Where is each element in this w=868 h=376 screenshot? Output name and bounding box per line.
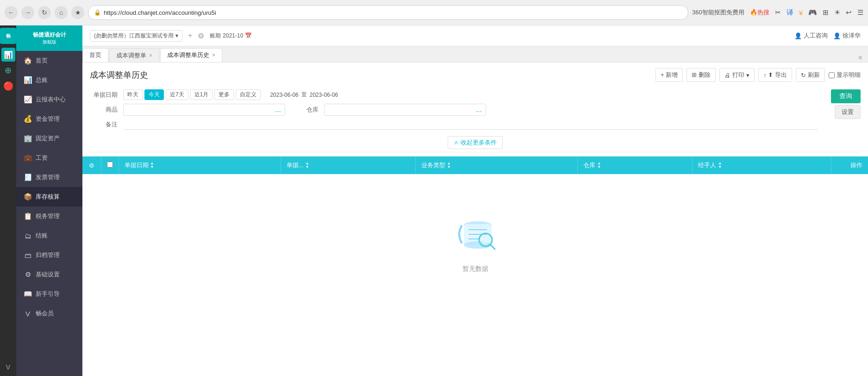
sidebar-item-settings[interactable]: ⚙基础设置 [16,265,82,284]
date-btn-yesterday[interactable]: 昨天 [123,89,143,100]
sidebar-item-guide[interactable]: 📖新手引导 [16,284,82,304]
tab-cost-adjust-history-close[interactable]: × [212,52,215,58]
sidebar-label-payroll: 工资 [36,154,48,162]
th-date[interactable]: 单据日期▲▼ [119,157,281,174]
back-button[interactable]: ← [5,6,18,19]
menu-icon[interactable]: ☰ [857,8,863,17]
sort-icon-handler[interactable]: ▲▼ [718,162,722,169]
user-service[interactable]: 👤 人工咨询 [794,31,828,40]
settings-col-icon[interactable]: ⚙ [89,162,94,169]
reload-button[interactable]: ↻ [38,6,51,19]
refresh-btn[interactable]: ↻ 刷新 [796,68,825,82]
date-btn-7days[interactable]: 近7天 [166,89,188,100]
sidebar-item-funds[interactable]: 💰资金管理 [16,109,82,129]
tab-cost-adjust[interactable]: 成本调整单 × [109,48,159,62]
sidebar-item-member[interactable]: V畅会员 [16,304,82,323]
sort-icon-date[interactable]: ▲▼ [150,162,154,169]
new-btn[interactable]: + 新增 [656,68,683,82]
notes-input[interactable] [123,119,818,130]
sidebar-item-closing[interactable]: 🗂结账 [16,226,82,245]
tab-cost-adjust-close[interactable]: × [149,52,152,59]
sidebar-item-reports[interactable]: 📈云报表中心 [16,90,82,109]
user-name[interactable]: 👤 徐泽华 [833,31,861,40]
sidebar-label-reports: 云报表中心 [36,95,66,104]
rail-icon-active[interactable]: 📊 [1,48,15,62]
th-checkbox [101,157,119,174]
date-btn-1month[interactable]: 近1月 [190,89,213,100]
sidebar-item-payroll[interactable]: 💼工资 [16,148,82,168]
th-number[interactable]: 单据...▲▼ [281,157,415,174]
sidebar-label-ledger: 总账 [36,76,48,84]
undo-icon[interactable]: ↩ [846,8,852,17]
home-button[interactable]: ⌂ [55,6,68,19]
delete-btn[interactable]: ⊞ 删除 [687,68,716,82]
top-bar: (勿删勿禁用）江西服宝测试专用 ▾ + ⚙ 账期 2021-10 📅 👤 人工咨… [82,25,868,46]
search-label: 360智能抠图免费用 [692,8,744,17]
star-button[interactable]: ★ [71,6,84,19]
th-biz_type[interactable]: 业务类型▲▼ [415,157,577,174]
display-detail-toggle[interactable]: 显示明细 [829,71,861,79]
collapse-btn[interactable]: ∧ 收起更多条件 [448,136,503,149]
calendar-icon[interactable]: 📅 [245,32,252,39]
warehouse-select[interactable]: ... [324,104,486,116]
tab-home[interactable]: 首页 [82,48,108,62]
sort-icon-number[interactable]: ▲▼ [306,162,309,169]
date-btn-more[interactable]: 更多 [214,89,234,100]
close-window-btn[interactable]: × [853,54,868,62]
tab-cost-adjust-history[interactable]: 成本调整单历史 × [160,48,222,62]
select-all-checkbox[interactable] [107,162,113,168]
rail-icon-4[interactable]: V [1,360,15,374]
scissors-icon[interactable]: ✂ [775,8,781,17]
date-btn-custom[interactable]: 自定义 [236,89,261,100]
warehouse-more-dots[interactable]: ... [476,106,482,114]
filter-row-notes: 备注 [90,119,818,130]
setting-btn[interactable]: 设置 [835,105,861,119]
translate-icon[interactable]: 译 [787,8,793,17]
export-btn[interactable]: ↑ ⬆ 导出 [758,68,792,82]
th-handler[interactable]: 经手人▲▼ [693,157,831,174]
rail-icon-3[interactable]: 🔴 [1,79,15,93]
sort-icon-warehouse[interactable]: ▲▼ [597,162,601,169]
th-settings: ⚙ [82,157,101,174]
grid-icon[interactable]: ⊞ [823,8,829,17]
hot-label: 🔥热搜 [750,8,769,17]
query-btn[interactable]: 查询 [831,89,861,103]
add-tab-icon[interactable]: + [188,31,192,40]
print-icon: 🖨 [724,72,731,79]
date-to: 2023-06-06 [310,92,338,98]
sidebar-item-ledger[interactable]: 📊总账 [16,70,82,90]
service-label: 人工咨询 [804,31,828,40]
th-label-handler: 经手人 [698,161,716,169]
sidebar-item-inventory[interactable]: 📦库存核算 [16,187,82,207]
print-btn[interactable]: 🖨 打印 ▾ [719,68,755,82]
th-label-date: 单据日期 [125,161,149,169]
sidebar-item-home[interactable]: 🏠首页 [16,51,82,70]
sidebar-icon-reports: 📈 [24,95,32,104]
sidebar-label-tax: 税务管理 [36,212,60,220]
sort-icon-biz_type[interactable]: ▲▼ [447,162,451,169]
sun-icon[interactable]: ☀ [834,8,840,17]
coin-icon[interactable]: ¥ [799,9,803,17]
display-detail-checkbox[interactable] [829,72,835,78]
settings-icon[interactable]: ⚙ [198,31,204,40]
sidebar-item-archive[interactable]: 🗃归档管理 [16,245,82,265]
forward-button[interactable]: → [21,6,34,19]
notes-label: 备注 [90,120,118,129]
goods-more-dots[interactable]: ... [275,106,281,114]
sidebar-icon-inventory: 📦 [24,193,32,201]
sidebar-label-archive: 归档管理 [36,251,60,259]
game-icon[interactable]: 🎮 [808,8,817,17]
sidebar-item-fixed-assets[interactable]: 🏢固定资产 [16,129,82,148]
goods-select[interactable]: ... [123,104,285,116]
company-selector[interactable]: (勿删勿禁用）江西服宝测试专用 ▾ [90,30,182,42]
sidebar-item-tax[interactable]: 📋税务管理 [16,207,82,226]
sidebar-item-invoice[interactable]: 🧾发票管理 [16,168,82,187]
th-warehouse[interactable]: 仓库▲▼ [578,157,693,174]
empty-icon [452,211,499,257]
sidebar-icon-fixed-assets: 🏢 [24,134,32,143]
date-btn-today[interactable]: 今天 [144,89,164,100]
sidebar-label-member: 畅会员 [36,309,54,318]
th-label-biz_type: 业务类型 [421,161,445,169]
url-bar[interactable]: 🔒 https://cloud.chanjet.com/accounting/u… [88,5,688,20]
rail-icon-2[interactable]: ⊕ [1,63,15,77]
